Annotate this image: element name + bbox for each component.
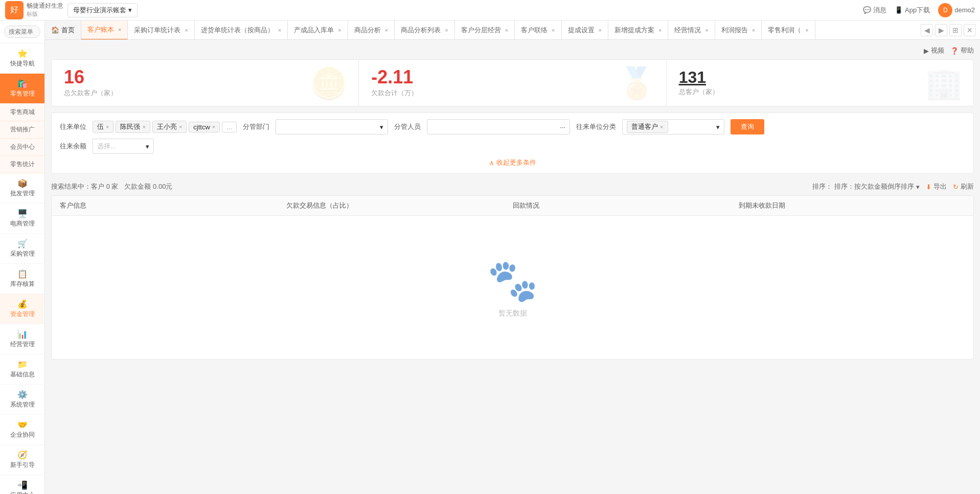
export-btn[interactable]: ⬇ 导出 (926, 182, 947, 191)
sidebar-item-enterprise-collab[interactable]: 🤝 企业协同 (0, 415, 44, 445)
tab-customer-segment[interactable]: 客户分层经营 × (455, 20, 515, 40)
sidebar-item-new-guide[interactable]: 🧭 新手引导 (0, 445, 44, 475)
tab-product-analysis[interactable]: 商品分析 × (348, 20, 395, 40)
topbar-right: 💬 消息 📱 App下载 D demo2 (863, 3, 975, 17)
company-tag-1-remove[interactable]: × (106, 124, 109, 130)
sidebar-item-quick-nav[interactable]: ⭐ 快捷导航 (0, 43, 44, 74)
tab-inbound-stats-close[interactable]: × (278, 27, 281, 33)
empty-text: 暂无数据 (498, 309, 527, 318)
company-tag-3-label: 王小亮 (157, 122, 177, 131)
tab-prev-btn[interactable]: ◀ (921, 24, 933, 36)
company-tag-2-remove[interactable]: × (142, 124, 145, 130)
tab-product-analysis-list[interactable]: 商品分析列表 × (395, 20, 454, 40)
stat-card-owed-customers: 🪙 16 总欠款客户（家） (52, 60, 359, 106)
sidebar-item-member[interactable]: 会员中心 (0, 139, 44, 156)
logo-name: 畅捷通好生意 (27, 2, 63, 10)
stat-bg-icon-total: 🏢 (925, 65, 963, 101)
filter-row-2: 往来余额 选择... ▾ (60, 139, 965, 154)
company-more-btn[interactable]: ... (222, 122, 237, 132)
operations-icon: 📊 (17, 329, 28, 339)
message-btn[interactable]: 💬 消息 (863, 6, 886, 15)
sidebar-item-basic[interactable]: 📁 基础信息 (0, 354, 44, 385)
tab-new-promotion-close[interactable]: × (658, 27, 662, 33)
sidebar-item-retail-mgmt[interactable]: 🛍️ 零售管理 (0, 74, 44, 104)
tab-product-analysis-close[interactable]: × (385, 27, 388, 33)
sidebar-item-retail-stats[interactable]: 零售统计 (0, 156, 44, 173)
tab-accounts-close[interactable]: × (118, 27, 121, 33)
refresh-btn[interactable]: ↻ 刷新 (953, 182, 974, 191)
tab-new-promotion[interactable]: 新增提成方案 × (608, 20, 668, 40)
tab-product-inbound[interactable]: 产成品入库单 × (288, 20, 348, 40)
tab-next-btn[interactable]: ▶ (935, 24, 947, 36)
query-button[interactable]: 查询 (731, 119, 764, 134)
account-selector[interactable]: 母婴行业演示账套 ▾ (67, 3, 138, 17)
sidebar-item-marketing[interactable]: 营销推广 (0, 121, 44, 139)
stat-value-owed-amount: -2.11 (371, 68, 418, 86)
sidebar: ⭐ 快捷导航 🛍️ 零售管理 零售商城 营销推广 会员中心 零售统计 📦 批发管… (0, 20, 45, 494)
sidebar-item-app-center[interactable]: 📲 应用中心 (0, 475, 44, 494)
sidebar-item-operations[interactable]: 📊 经营管理 (0, 324, 44, 354)
tab-customer-segment-close[interactable]: × (505, 27, 508, 33)
sidebar-item-finance[interactable]: 💰 资金管理 (0, 294, 44, 324)
balance-label: 往来余额 (60, 142, 86, 151)
tab-expand-btn[interactable]: ⊞ (949, 24, 962, 36)
department-select[interactable]: ▾ (276, 119, 388, 134)
refresh-label: 刷新 (961, 182, 974, 191)
col-payment-status: 回款情况 (513, 201, 739, 210)
tab-profit-report[interactable]: 利润报告 × (715, 20, 762, 40)
tab-purchase-order-close[interactable]: × (185, 27, 188, 33)
tab-close-all-btn[interactable]: ✕ (964, 24, 976, 36)
tab-product-analysis-list-close[interactable]: × (445, 27, 448, 33)
company-tag-1: 伍 × (93, 121, 113, 133)
tab-promotion-settings[interactable]: 提成设置 × (562, 20, 608, 40)
collapse-label: 收起更多条件 (496, 158, 536, 167)
tab-customer-contact-close[interactable]: × (552, 27, 555, 33)
tab-inbound-stats[interactable]: 进货单统计表（按商品） × (195, 20, 288, 40)
company-tag-3-remove[interactable]: × (179, 124, 182, 130)
sidebar-item-system[interactable]: ⚙️ 系统管理 (0, 385, 44, 415)
category-tag-1-label: 普通客户 (631, 122, 658, 131)
sidebar-item-inventory[interactable]: 📋 库存核算 (0, 264, 44, 294)
help-btn[interactable]: ❓ 帮助 (950, 46, 974, 55)
balance-select[interactable]: 选择... ▾ (93, 139, 154, 154)
category-select[interactable]: 普通客户 × ▾ (622, 119, 724, 134)
video-help-btn[interactable]: ▶ 视频 (924, 46, 944, 55)
sidebar-item-ecommerce[interactable]: 🖥️ 电商管理 (0, 204, 44, 234)
tab-home[interactable]: 🏠 首页 (45, 20, 81, 40)
company-tag-4-remove[interactable]: × (212, 124, 215, 130)
tab-purchase-order[interactable]: 采购订单统计表 × (128, 20, 194, 40)
sidebar-item-retail-mall[interactable]: 零售商城 (0, 104, 44, 121)
result-customer-unit: 家 (111, 183, 118, 190)
search-input[interactable] (4, 26, 40, 38)
sidebar-item-wholesale[interactable]: 📦 批发管理 (0, 173, 44, 204)
video-icon: ▶ (924, 47, 929, 55)
more-icon: ... (226, 123, 232, 131)
collapse-btn[interactable]: ∧ 收起更多条件 (489, 158, 536, 167)
chevron-down-icon: ▾ (380, 123, 383, 131)
tab-product-inbound-close[interactable]: × (338, 27, 341, 33)
person-select[interactable]: ··· (427, 119, 570, 134)
sidebar-label-retail-mgmt: 零售管理 (10, 89, 35, 98)
sidebar-item-purchase[interactable]: 🛒 采购管理 (0, 234, 44, 264)
category-tag-1-remove[interactable]: × (660, 124, 663, 130)
user-menu[interactable]: D demo2 (938, 3, 975, 17)
company-tag-2: 陈民强 × (116, 121, 150, 133)
company-tags: 伍 × 陈民强 × 王小亮 × cjttcw × ... (93, 121, 237, 133)
tab-retail-profit-close[interactable]: × (805, 27, 808, 33)
owed-amount-value: 0.00元 (153, 183, 172, 190)
app-download-btn[interactable]: 📱 App下载 (895, 6, 930, 15)
company-tag-3: 王小亮 × (152, 121, 187, 133)
sort-select[interactable]: 排序： 排序：按欠款金额倒序排序 ▾ (812, 182, 920, 191)
company-tag-4: cjttcw × (189, 122, 220, 132)
tab-profit-report-close[interactable]: × (752, 27, 755, 33)
tab-operations-close[interactable]: × (705, 27, 708, 33)
tab-customer-contact[interactable]: 客户联络 × (515, 20, 561, 40)
tab-retail-profit[interactable]: 零售利润（ × (762, 20, 815, 40)
tab-accounts[interactable]: 客户账本 × (81, 20, 128, 40)
filter-row-1: 往来单位 伍 × 陈民强 × 王小亮 × cjttcw × (60, 119, 965, 134)
sidebar-label-retail-mall: 零售商城 (10, 108, 35, 116)
video-label: 视频 (931, 46, 944, 55)
tab-operations[interactable]: 经营情况 × (668, 20, 715, 40)
inventory-icon: 📋 (17, 269, 28, 279)
tab-promotion-settings-close[interactable]: × (599, 27, 602, 33)
